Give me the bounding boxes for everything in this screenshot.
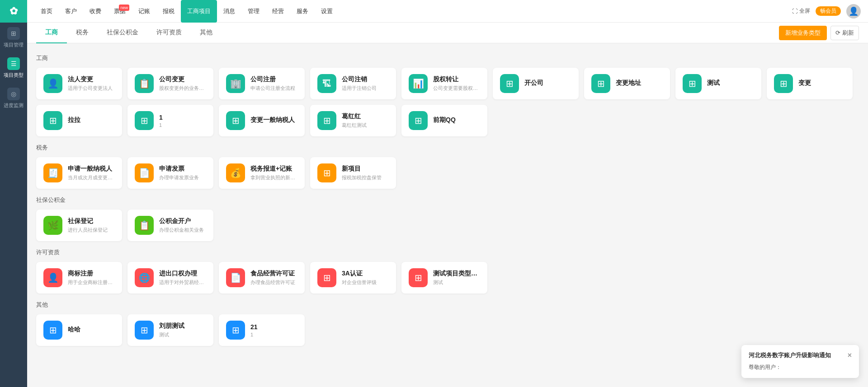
card-import-export[interactable]: 🌐 进出口权办理 适用于对外贸易经营者 (127, 262, 213, 294)
card-food-license[interactable]: 📄 食品经营许可证 办理食品经营许可证 (219, 262, 305, 294)
nav-customer[interactable]: 客户 (59, 0, 83, 23)
nav-tax[interactable]: 报税 (156, 0, 181, 23)
tab-social[interactable]: 社保公积金 (98, 23, 147, 43)
biz-cards-grid: 👤 法人变更 适用于公司变更法人 📋 公司变更 股权变更外的业务变更 🏢 (36, 68, 859, 136)
nav-service[interactable]: 服务 (290, 0, 315, 23)
nav-home[interactable]: 首页 (34, 0, 59, 23)
card-icon-food-license: 📄 (226, 268, 245, 287)
nav-invoice[interactable]: 票据 new (108, 0, 132, 23)
app-logo[interactable]: ✿ (0, 0, 27, 23)
card-title: 公司注销 (342, 75, 389, 84)
card-desc: 进行人员社保登记 (68, 227, 115, 233)
card-icon-company-reg: 🏢 (226, 74, 245, 93)
sidebar-item-project-mgmt[interactable]: ⊞ 项目管理 (0, 23, 27, 53)
card-title: 税务报道+记账 (250, 165, 297, 173)
nav-billing[interactable]: 收费 (83, 0, 108, 23)
card-title: 变更一般纳税人 (250, 116, 297, 124)
card-fund-account[interactable]: 📋 公积金开户 办理公积金相关业务 (127, 210, 213, 241)
card-open-company[interactable]: ⊞ 开公司 (493, 68, 579, 99)
card-lala[interactable]: ⊞ 拉拉 (36, 105, 122, 136)
tab-tax[interactable]: 税务 (67, 23, 98, 43)
sidebar-item-project-type[interactable]: ☰ 项目类型 (0, 53, 27, 83)
notify-title: 河北税务数字账户升级影响通知 (749, 351, 831, 359)
tab-other[interactable]: 其他 (191, 23, 222, 43)
section-title-other: 其他 (36, 301, 859, 309)
card-icon-apply-invoice: 📄 (135, 163, 154, 182)
tab-biz[interactable]: 工商 (36, 23, 67, 43)
notify-close-button[interactable]: × (848, 352, 852, 359)
card-apply-invoice[interactable]: 📄 申请发票 办理申请发票业务 (127, 157, 213, 189)
card-apply-taxpayer[interactable]: 🧾 申请一般纳税人 当月或次月成变更完成 (36, 157, 122, 189)
page-body: 工商 👤 法人变更 适用于公司变更法人 📋 公司变更 股权变更外的业务变更 (27, 43, 868, 387)
card-test[interactable]: ⊞ 测试 (675, 68, 761, 99)
nav-message[interactable]: 消息 (217, 0, 241, 23)
fullscreen-btn[interactable]: ⛶ 全屏 (792, 7, 810, 15)
card-3a-cert[interactable]: ⊞ 3A认证 对企业信誉评级 (310, 262, 396, 294)
card-icon-qianqi: ⊞ (409, 111, 428, 130)
card-title: 哈哈 (68, 326, 115, 334)
nav-accounting[interactable]: 记账 (132, 0, 156, 23)
avatar[interactable]: 👤 (846, 4, 861, 19)
project-type-icon: ☰ (7, 57, 20, 70)
card-haha[interactable]: ⊞ 哈哈 (36, 314, 122, 346)
social-cards-grid: 🌿 社保登记 进行人员社保登记 📋 公积金开户 办理公积金相关业务 (36, 210, 859, 241)
card-icon-legal-change: 👤 (43, 74, 62, 93)
card-company-cancel[interactable]: 🏗 公司注销 适用于注销公司 (310, 68, 396, 99)
card-trademark[interactable]: 👤 商标注册 用于企业商标注册服务 (36, 262, 122, 294)
card-title: 刘朋测试 (159, 322, 206, 330)
card-icon-open-company: ⊞ (500, 74, 519, 93)
fullscreen-icon: ⛶ (792, 8, 797, 14)
vip-button[interactable]: 畅会员 (816, 6, 841, 16)
nav-manage[interactable]: 管理 (241, 0, 266, 23)
tab-license[interactable]: 许可资质 (147, 23, 191, 43)
card-title: 公积金开户 (159, 217, 206, 225)
card-social-reg[interactable]: 🌿 社保登记 进行人员社保登记 (36, 210, 122, 241)
card-icon-liupeng: ⊞ (135, 321, 154, 340)
card-company-change[interactable]: 📋 公司变更 股权变更外的业务变更 (127, 68, 213, 99)
card-desc: 办理食品经营许可证 (250, 279, 297, 286)
sidebar: ✿ ⊞ 项目管理 ☰ 项目类型 ◎ 进度监测 (0, 0, 27, 387)
card-icon-lala: ⊞ (43, 111, 62, 130)
progress-icon: ◎ (7, 88, 20, 100)
card-icon-apply-taxpayer: 🧾 (43, 163, 62, 182)
card-company-reg[interactable]: 🏢 公司注册 申请公司注册全流程 (219, 68, 305, 99)
tax-cards-grid: 🧾 申请一般纳税人 当月或次月成变更完成 📄 申请发票 办理申请发票业务 💰 (36, 157, 859, 189)
card-icon-company-cancel: 🏗 (317, 74, 336, 93)
card-legal-change[interactable]: 👤 法人变更 适用于公司变更法人 (36, 68, 122, 99)
card-desc: 适用于注销公司 (342, 85, 389, 92)
card-mohong[interactable]: ⊞ 葛红红 葛红红测试 (310, 105, 396, 136)
refresh-button[interactable]: ⟳ 刷新 (830, 26, 859, 40)
add-type-button[interactable]: 新增业务类型 (779, 26, 827, 40)
card-change[interactable]: ⊞ 变更 (767, 68, 853, 99)
card-equity-transfer[interactable]: 📊 股权转让 公司变更需要股权转让 (401, 68, 487, 99)
card-desc: 适用于公司变更法人 (68, 85, 115, 92)
card-tax-report[interactable]: 💰 税务报道+记账 拿到营业执照的新公司 (219, 157, 305, 189)
card-desc: 当月或次月成变更完成 (68, 174, 115, 181)
card-title: 测试项目类型自定义 (433, 270, 480, 278)
card-icon-company-change: 📋 (135, 74, 154, 93)
card-desc: 拿到营业执照的新公司 (250, 174, 297, 181)
nav-operation[interactable]: 经营 (266, 0, 290, 23)
card-one[interactable]: ⊞ 1 1 (127, 105, 213, 136)
card-icon-change-taxpayer: ⊞ (226, 111, 245, 130)
sidebar-item-label: 项目类型 (4, 72, 24, 79)
card-change-taxpayer[interactable]: ⊞ 变更一般纳税人 (219, 105, 305, 136)
card-icon-3a-cert: ⊞ (317, 268, 336, 287)
card-icon-tax-report: 💰 (226, 163, 245, 182)
card-liupeng[interactable]: ⊞ 刘朋测试 测试 (127, 314, 213, 346)
card-twentyone[interactable]: ⊞ 21 1 (219, 314, 305, 346)
card-icon-change-address: ⊞ (591, 74, 610, 93)
card-test-type[interactable]: ⊞ 测试项目类型自定义 测试 (401, 262, 487, 294)
nav-bizproject[interactable]: 工商项目 (181, 0, 217, 23)
card-new-project[interactable]: ⊞ 新项目 报税加税控盘保管 (310, 157, 396, 189)
card-desc: 测试 (159, 331, 206, 338)
card-title: 1 (159, 114, 206, 121)
nav-settings[interactable]: 设置 (315, 0, 339, 23)
sidebar-item-progress[interactable]: ◎ 进度监测 (0, 83, 27, 113)
card-title: 前期QQ (433, 116, 480, 124)
sub-tabs-actions: 新增业务类型 ⟳ 刷新 (779, 26, 859, 40)
card-qianqi[interactable]: ⊞ 前期QQ (401, 105, 487, 136)
card-change-address[interactable]: ⊞ 变更地址 (584, 68, 670, 99)
card-desc: 对企业信誉评级 (342, 279, 389, 286)
notify-content: 尊敬的用户： (749, 363, 852, 372)
